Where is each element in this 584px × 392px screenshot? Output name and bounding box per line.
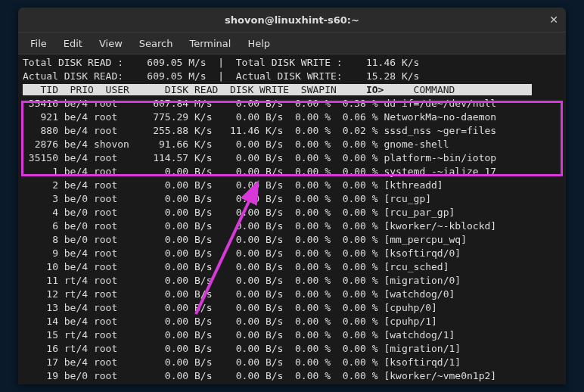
menu-help[interactable]: Help <box>240 36 278 51</box>
close-icon[interactable]: ✕ <box>548 14 560 26</box>
menu-search[interactable]: Search <box>132 36 181 51</box>
menu-file[interactable]: File <box>23 36 54 51</box>
menu-terminal[interactable]: Terminal <box>182 36 238 51</box>
terminal-body[interactable]: Total DISK READ : 609.05 M/s | Total DIS… <box>18 54 566 384</box>
menubar: File Edit View Search Terminal Help <box>18 33 566 54</box>
menu-edit[interactable]: Edit <box>56 36 90 51</box>
window-title: shovon@linuxhint-s60:~ <box>225 14 359 26</box>
terminal-window: shovon@linuxhint-s60:~ ✕ File Edit View … <box>18 8 566 384</box>
menu-view[interactable]: View <box>92 36 130 51</box>
titlebar[interactable]: shovon@linuxhint-s60:~ ✕ <box>18 8 566 33</box>
